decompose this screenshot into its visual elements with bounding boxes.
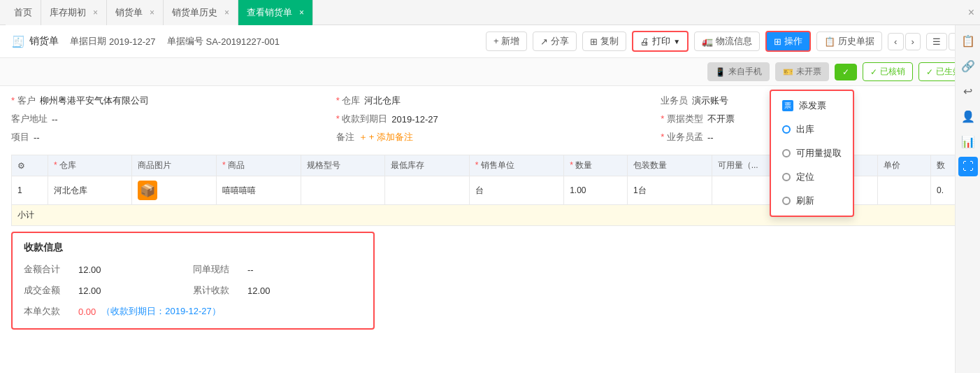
plus-icon: ＋	[359, 131, 368, 143]
locate-icon	[782, 173, 791, 181]
col-warehouse: 仓库	[48, 155, 132, 176]
col-qty: 数量	[564, 155, 628, 176]
logistics-button[interactable]: 🚛 物流信息	[694, 31, 760, 51]
balance-value: 0.00	[78, 307, 96, 317]
payment-title: 收款信息	[24, 241, 362, 254]
project-value: --	[34, 132, 40, 143]
staff-label: 业务员	[661, 94, 688, 107]
sidebar-chart-icon[interactable]: 📊	[958, 132, 978, 151]
ticket-icon: 🎫	[783, 67, 793, 77]
locate-item[interactable]: 定位	[771, 165, 853, 189]
ticket-label: 票据类型	[661, 113, 703, 125]
tab-history-close[interactable]: ×	[224, 8, 229, 17]
balance-label: 本单欠款	[24, 305, 73, 318]
payment-date-label: 收款到期日	[336, 113, 388, 125]
outbound-item[interactable]: 出库	[771, 118, 853, 141]
new-button[interactable]: + 新增	[486, 31, 527, 51]
cumulative-row: 累计收款 12.00	[193, 282, 362, 299]
doc-meta: 单据日期 2019-12-27 单据编号 SA-20191227-001	[70, 35, 280, 48]
toolbar-row2: 📱 来自手机 🎫 未开票 ✓ ✓ 已核销 ✓ 已生效	[0, 58, 980, 86]
history-button[interactable]: 📋 历史单据	[816, 31, 882, 51]
refresh-icon	[782, 197, 791, 205]
tab-sales-close[interactable]: ×	[150, 8, 154, 17]
same-order-label: 同单现结	[193, 263, 242, 276]
tab-sales-label: 销货单	[115, 6, 143, 19]
transaction-row: 成交金额 12.00	[24, 282, 193, 299]
customer-label: 客户	[11, 94, 36, 107]
address-row: 客户地址 --	[11, 113, 319, 125]
logistics-icon: 🚛	[702, 36, 713, 47]
doc-date: 单据日期 2019-12-27	[70, 35, 156, 48]
right-sidebar: 📋 🔗 ↩ 👤 📊 ⛶	[955, 25, 980, 373]
doc-date-label: 单据日期	[70, 35, 106, 48]
sidebar-return-icon[interactable]: ↩	[958, 81, 978, 101]
copy-button[interactable]: ⊞ 复制	[582, 31, 626, 51]
sidebar-link-icon[interactable]: 🔗	[958, 56, 978, 76]
payment-grid: 金额合计 12.00 同单现结 -- 成交金额 12.00 累计收款 12.00…	[24, 261, 362, 320]
tab-inventory-close[interactable]: ×	[93, 8, 98, 17]
col-gear[interactable]: ⚙	[12, 155, 48, 176]
print-button-label: 打印	[652, 35, 670, 48]
doc-header: 🧾 销货单 单据日期 2019-12-27 单据编号 SA-20191227-0…	[0, 25, 980, 58]
not-opened-label: 未开票	[796, 66, 821, 78]
warehouse-value: 河北仓库	[364, 94, 401, 107]
next-button[interactable]: ›	[905, 33, 921, 50]
tab-history[interactable]: 销货单历史 ×	[164, 0, 238, 25]
tab-home-label: 首页	[14, 6, 32, 19]
note-add-label: + 添加备注	[369, 131, 413, 143]
sidebar-expand-icon[interactable]: ⛶	[958, 157, 978, 176]
col-spec: 规格型号	[301, 155, 385, 176]
payment-date-value: 2019-12-27	[391, 114, 438, 125]
operations-button-label: 操作	[784, 35, 802, 48]
add-invoice-item[interactable]: 票 添发票	[771, 94, 853, 118]
col-min-stock: 最低库存	[385, 155, 470, 176]
list-view-button[interactable]: ☰	[926, 33, 947, 50]
total-label: 金额合计	[24, 263, 73, 276]
note-label: 备注	[336, 131, 354, 143]
print-button[interactable]: 🖨 打印 ▼	[632, 31, 689, 52]
nav-arrows: ‹ ›	[888, 33, 921, 50]
project-row: 项目 --	[11, 131, 319, 143]
available-qty-icon	[782, 149, 791, 157]
prev-button[interactable]: ‹	[888, 33, 903, 50]
operations-button[interactable]: ⊞ 操作	[765, 31, 811, 52]
confirm-button[interactable]: ✓	[835, 64, 857, 80]
available-qty-item[interactable]: 可用量提取	[771, 141, 853, 165]
col-pkg: 包装数量	[628, 155, 712, 176]
tab-view-sales[interactable]: 查看销货单 ×	[238, 0, 313, 25]
main-content: 🧾 销货单 单据日期 2019-12-27 单据编号 SA-20191227-0…	[0, 25, 980, 373]
from-mobile-button[interactable]: 📱 来自手机	[707, 62, 770, 81]
row-min-stock	[385, 176, 470, 205]
tab-view-sales-close[interactable]: ×	[299, 8, 304, 17]
tab-inventory[interactable]: 库存期初 ×	[41, 0, 107, 25]
operations-dropdown: 票 添发票 出库 可用量提取 定位 刷新	[770, 90, 854, 217]
history-button-label: 历史单据	[838, 35, 874, 48]
project-label: 项目	[11, 131, 29, 143]
tab-home[interactable]: 首页	[6, 0, 41, 25]
sidebar-user-icon[interactable]: 👤	[958, 106, 978, 126]
row-no: 1	[12, 176, 48, 205]
copy-icon: ⊞	[590, 36, 598, 47]
sold-button[interactable]: ✓ 已核销	[863, 62, 913, 81]
history-icon: 📋	[824, 36, 835, 47]
customer-value: 柳州粤港平安气体有限公司	[40, 94, 149, 107]
outbound-label: 出库	[796, 123, 814, 136]
doc-title-icon: 🧾	[11, 35, 25, 48]
tab-sales[interactable]: 销货单 ×	[107, 0, 164, 25]
col-unit: 销售单位	[469, 155, 563, 176]
ticket-value: 不开票	[707, 113, 735, 125]
sidebar-doc-icon[interactable]: 📋	[958, 31, 978, 50]
note-add-button[interactable]: ＋ + 添加备注	[359, 131, 413, 143]
window-close-button[interactable]: ×	[968, 6, 974, 19]
same-order-row: 同单现结 --	[193, 261, 362, 278]
not-opened-button[interactable]: 🎫 未开票	[775, 62, 829, 81]
refresh-item[interactable]: 刷新	[771, 189, 853, 213]
doc-title: 🧾 销货单	[11, 35, 59, 48]
share-icon: ↗	[540, 36, 548, 47]
payment-date-row: 收款到期日 2019-12-27	[336, 113, 644, 125]
share-button[interactable]: ↗ 分享	[533, 31, 577, 51]
cumulative-label: 累计收款	[193, 284, 242, 297]
from-mobile-label: 来自手机	[728, 66, 762, 78]
total-row: 金额合计 12.00	[24, 261, 193, 278]
row-qty: 1.00	[564, 176, 628, 205]
